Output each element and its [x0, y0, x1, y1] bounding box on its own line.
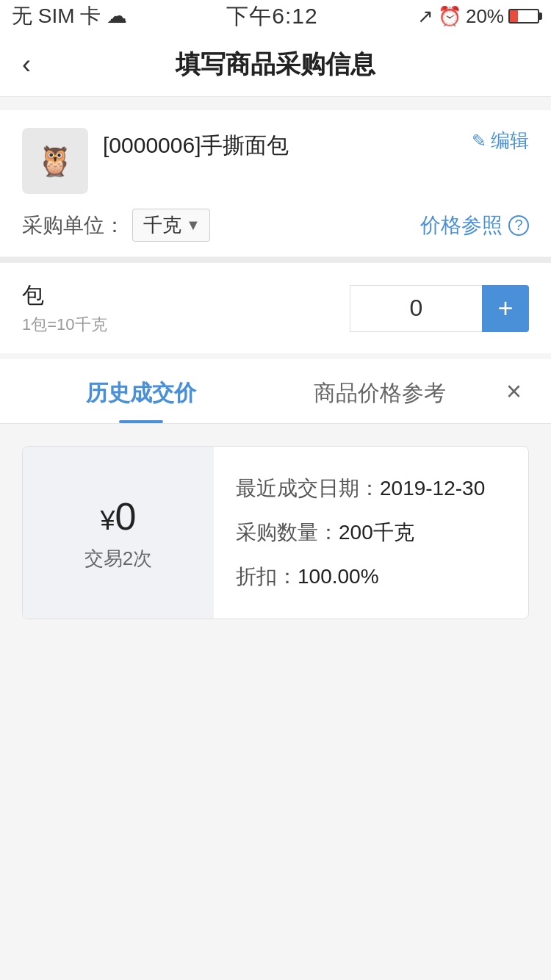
qty-detail-value: 200千克 — [339, 521, 414, 544]
recent-date-row: 最近成交日期：2019-12-30 — [236, 473, 506, 504]
main-content: 🦉 [0000006]手撕面包 ✎ 编辑 采购单位： 千克 ▼ 价格参照 — [0, 110, 551, 698]
product-unit-row: 采购单位： 千克 ▼ 价格参照 ? — [22, 209, 529, 242]
product-header: 🦉 [0000006]手撕面包 ✎ 编辑 — [22, 128, 529, 194]
status-right: ↗ ⏰ 20% — [417, 5, 539, 28]
price-ref-help-icon: ? — [508, 215, 529, 236]
battery-icon — [508, 9, 539, 24]
product-card: 🦉 [0000006]手撕面包 ✎ 编辑 采购单位： 千克 ▼ 价格参照 — [0, 110, 551, 256]
price-ref-label: 价格参照 — [420, 212, 503, 239]
tab-product-price-ref[interactable]: 商品价格参考 — [260, 359, 498, 423]
qty-plus-button[interactable]: + — [482, 285, 529, 332]
status-left: 无 SIM 卡 ☁ — [12, 2, 127, 30]
discount-row: 折扣：100.00% — [236, 561, 506, 592]
tab-bar: 历史成交价 商品价格参考 × — [0, 359, 551, 424]
qty-input[interactable] — [350, 285, 482, 332]
unit-selector-group: 采购单位： 千克 ▼ — [22, 209, 210, 242]
discount-value: 100.00% — [298, 565, 379, 588]
signal-text: 无 SIM 卡 ☁ — [12, 2, 127, 30]
tab-close-button[interactable]: × — [499, 371, 529, 412]
edit-icon: ✎ — [472, 131, 486, 151]
edit-button[interactable]: ✎ 编辑 — [472, 128, 529, 154]
status-bar: 无 SIM 卡 ☁ 下午6:12 ↗ ⏰ 20% — [0, 0, 551, 32]
status-time: 下午6:12 — [226, 1, 317, 32]
alarm-icon: ⏰ — [438, 5, 461, 28]
unit-label: 采购单位： — [22, 212, 125, 239]
edit-label: 编辑 — [491, 128, 529, 154]
tab-history-price[interactable]: 历史成交价 — [22, 359, 260, 423]
price-summary-panel: ¥0 交易2次 — [23, 447, 214, 619]
back-button[interactable]: ‹ — [22, 42, 38, 87]
discount-label: 折扣： — [236, 565, 298, 588]
quantity-label-wrap: 包 1包=10千克 — [22, 281, 107, 336]
product-image: 🦉 — [22, 128, 88, 194]
price-ref-button[interactable]: 价格参照 ? — [420, 212, 529, 239]
tx-count: 交易2次 — [84, 546, 152, 572]
price-info-section: ¥0 交易2次 最近成交日期：2019-12-30 采购数量：200千克 折扣：… — [0, 424, 551, 641]
product-info: [0000006]手撕面包 — [103, 128, 289, 161]
qty-unit-label: 包 — [22, 281, 107, 311]
dropdown-arrow-icon: ▼ — [186, 217, 201, 234]
location-icon: ↗ — [417, 5, 433, 28]
qty-conversion-label: 1包=10千克 — [22, 314, 107, 336]
product-name: [0000006]手撕面包 — [103, 131, 289, 161]
price-detail-panel: 最近成交日期：2019-12-30 采购数量：200千克 折扣：100.00% — [214, 447, 528, 619]
price-number: 0 — [115, 495, 137, 538]
qty-row: 采购数量：200千克 — [236, 517, 506, 548]
battery-percent: 20% — [466, 5, 504, 28]
currency-symbol: ¥ — [101, 505, 115, 536]
nav-bar: ‹ 填写商品采购信息 — [0, 32, 551, 97]
recent-date-value: 2019-12-30 — [380, 477, 485, 500]
product-left: 🦉 [0000006]手撕面包 — [22, 128, 289, 194]
recent-date-label: 最近成交日期： — [236, 477, 380, 500]
unit-select[interactable]: 千克 ▼ — [132, 209, 210, 242]
qty-detail-label: 采购数量： — [236, 521, 339, 544]
qty-input-wrap: + — [350, 285, 529, 332]
price-info-card: ¥0 交易2次 最近成交日期：2019-12-30 采购数量：200千克 折扣：… — [22, 446, 529, 619]
price-display: ¥0 — [101, 494, 137, 538]
page-title: 填写商品采购信息 — [176, 48, 375, 82]
unit-value: 千克 — [143, 212, 181, 238]
quantity-row: 包 1包=10千克 + — [0, 257, 551, 353]
product-thumbnail-icon: 🦉 — [37, 144, 73, 179]
